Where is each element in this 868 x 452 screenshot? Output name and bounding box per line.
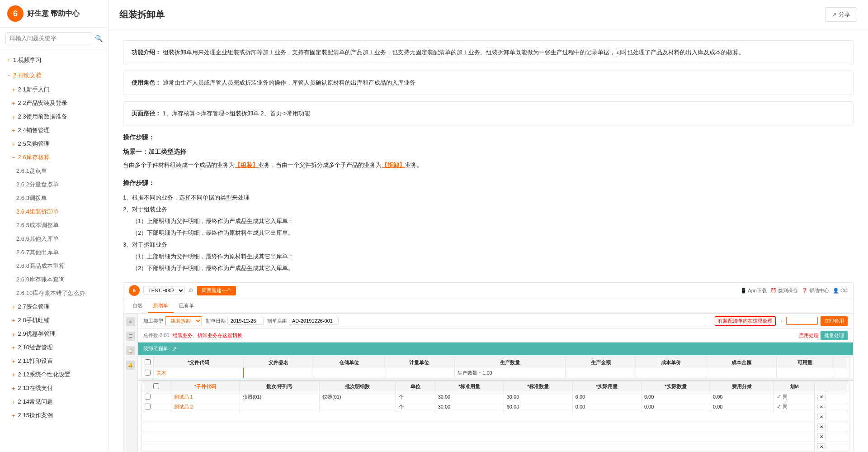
sidebar-leaf-inbound[interactable]: 2.6.6其他入库单 [0,232,108,246]
ss-lt-row5-del[interactable]: ✕ [817,433,826,440]
sidebar-item-payment[interactable]: + 2.13在线支付 [0,381,108,395]
sidebar-item-inventory[interactable]: − 2.6库存核算 [0,151,108,164]
plus-icon: + [12,100,15,107]
ss-lt-row1-del[interactable]: ✕ [817,394,826,400]
ss-row1-check[interactable] [145,370,151,376]
sidebar-item-docs[interactable]: − 2.帮助文档 [0,68,108,83]
share-button[interactable]: ↗ 分享 [825,7,857,22]
ss-row1-amt [566,368,636,378]
ss-bom-input[interactable] [786,317,818,325]
sidebar-item-system[interactable]: + 2.12系统个性化设置 [0,368,108,381]
ss-process-bar: 装卸流程单 ↗ [138,343,853,355]
sidebar-item-print[interactable]: + 2.11打印设置 [0,354,108,368]
ss-lower-table: *子件代码 批次/序列号 批次明细数 单位 *标准用量 *标准数量 *实际用量 … [142,381,849,452]
ss-select-all[interactable] [145,359,151,365]
sidebar-leaf-costreset[interactable]: 2.6.8商品成本重算 [0,259,108,273]
ss-annotation-assembly: 组装业务、拆卸业务在这里切换 [173,332,242,339]
ss-lt-unit: 单位 [396,381,435,392]
sidebar-leaf-stocktake[interactable]: 2.6.1盘点单 [0,164,108,178]
sidebar-item-sales[interactable]: + 2.4销售管理 [0,124,108,137]
ss-tab-natural[interactable]: 自然 [127,299,148,313]
ss-form-bar2: 总件数 2.00 组装业务、拆卸业务在这里切换 启用处理 批量处理 [138,329,853,343]
ss-row1-cost [636,368,706,378]
sidebar-item-cases[interactable]: + 2.15操作案例 [0,409,108,422]
ss-upper-table-area: *父件代码 父件品名 仓储单位 计量单位 生产数量 生产金额 成本单价 成本金额 [138,357,853,378]
ss-type-select[interactable]: 组装拆卸 [165,316,202,325]
ss-tabs: 自然 新增单 已有单 [123,299,853,314]
ss-lt-row2-fee: 0.00 [710,402,774,412]
ss-lt-row4-del[interactable]: ✕ [817,423,826,430]
ss-lt-row1-std: 30.00 [435,392,504,402]
ss-th-action [833,357,849,368]
ss-lt-row2-del[interactable]: ✕ [817,404,826,410]
ss-lt-row2-actqty: 0.00 [641,402,710,412]
app-name: 好生意 帮助中心 [27,9,80,19]
sidebar-leaf-stockfix[interactable]: 2.6.10库存账本错了怎么办 [0,286,108,300]
sidebar-item-operation[interactable]: + 2.10经营管理 [0,341,108,354]
ss-helpcenter: ❓ 帮助中心 [802,287,829,294]
ss-th-unit1: 仓储单位 [314,357,384,368]
sidebar-item-video[interactable]: + 1.视频学习 [0,53,108,67]
ss-lt-row3-del[interactable]: ✕ [817,414,826,420]
ops-steps-label: 操作步骤： [123,179,854,187]
search-input[interactable] [5,32,92,44]
ss-th-amount: 生产金额 [566,357,636,368]
scenario1-desc: 当由多个子件材料组装成一个成品的业务为【组装】业务，当由一个父件拆分成多个子产品… [123,160,854,171]
ss-lt-row1-stdqty: 30.00 [504,392,572,402]
sidebar-item-dataprep[interactable]: + 2.3使用前数据准备 [0,110,108,124]
ss-date-input[interactable] [227,317,264,325]
sidebar-item-finance[interactable]: + 2.7资金管理 [0,300,108,314]
ss-th-costamt: 成本金额 [706,357,777,368]
scenario1-heading: 场景一：加工类型选择 [123,148,854,156]
sidebar-leaf-outbound[interactable]: 2.6.7其他出库单 [0,246,108,259]
ss-th-code: *父件代码 [154,357,244,368]
ss-lt-row2-check[interactable] [145,404,151,409]
ss-icon1[interactable]: ≡ [126,317,135,326]
ss-lt-all[interactable] [153,383,159,389]
ss-topbar-right: 📱 App下载 ⏰ 签到保存 ❓ 帮助中心 👤 CC [741,287,848,294]
ss-row1-qty: 生产数量 ↑ 1.00 [454,368,566,378]
search-icon[interactable]: 🔍 [95,35,103,42]
ss-icon3[interactable]: 📋 [126,346,135,355]
sidebar-item-install[interactable]: + 2.2产品安装及登录 [0,96,108,110]
ss-lt-row1-check[interactable] [145,394,151,400]
ss-lt-row6-del[interactable]: ✕ [817,443,826,450]
table-row: 生产数量 ↑ 1.00 [142,368,849,378]
intro-block: 功能介绍： 组装拆卸单用来处理企业组装或拆卸等加工业务，支持有固定装配清单的产品… [123,40,854,64]
sidebar-leaf-transfer[interactable]: 2.6.3调拨单 [0,191,108,205]
ss-lt-costamt: *实际数量 [641,381,710,392]
path-block: 页面路径： 1、库存核算->库存管理->组装拆卸单 2、首页->常用功能 [123,101,854,125]
ss-lt-spec: 批次明细数 [320,381,396,392]
ss-arrow1: → [778,318,783,324]
sidebar-leaf-assembly[interactable]: 2.6.4组装拆卸单 [0,205,108,219]
ss-row1-code[interactable] [154,368,244,378]
sidebar-item-coupon[interactable]: + 2.9优惠券管理 [0,327,108,341]
minus-icon: − [7,72,10,79]
sidebar-item-mobile[interactable]: + 2.8手机旺铺 [0,314,108,327]
ss-logo: 6 [129,285,140,296]
ss-company-select[interactable]: TEST-H002 [143,286,185,295]
ss-tab-existbill[interactable]: 已有单 [174,299,199,313]
plus-icon: + [12,344,15,351]
ops-heading: 操作步骤： [123,133,854,142]
sidebar-item-purchase[interactable]: + 2.5采购管理 [0,137,108,151]
ss-lt-row1-code: 测试品 1 [171,392,240,402]
sidebar-item-newbie[interactable]: + 2.1新手入门 [0,83,108,96]
ss-icon2[interactable]: ☰ [126,332,135,341]
ss-dept-input[interactable] [289,317,339,325]
ss-upper-table: *父件代码 父件品名 仓储单位 计量单位 生产数量 生产金额 成本单价 成本金额 [142,357,849,378]
sidebar-leaf-portion[interactable]: 2.6.2分量盘点单 [0,178,108,191]
path-label: 页面路径： [132,110,161,117]
ss-content-area: 加工类型 组装拆卸 制单日期 制单店组 [138,314,853,452]
ss-newbill-btn[interactable]: 同票新建一个 [197,286,236,295]
ss-form-bar: 加工类型 组装拆卸 制单日期 制单店组 [138,314,853,329]
ss-process-btn[interactable]: 批量处理 [821,331,848,340]
main-area: 组装拆卸单 ↗ 分享 功能介绍： 组装拆卸单用来处理企业组装或拆卸等加工业务，支… [108,0,868,452]
sidebar-leaf-costadjust[interactable]: 2.6.5成本调整单 [0,219,108,232]
sidebar-leaf-stockquery[interactable]: 2.6.9库存账本查询 [0,273,108,286]
ss-icon4[interactable]: 🔔 [126,361,135,370]
ss-confirm-btn[interactable]: 立即套用 [821,316,848,326]
ss-tab-newbill[interactable]: 新增单 [148,299,174,313]
sidebar-item-faq[interactable]: + 2.14常见问题 [0,395,108,409]
ss-lower-table-area: *子件代码 批次/序列号 批次明细数 单位 *标准用量 *标准数量 *实际用量 … [138,380,853,452]
